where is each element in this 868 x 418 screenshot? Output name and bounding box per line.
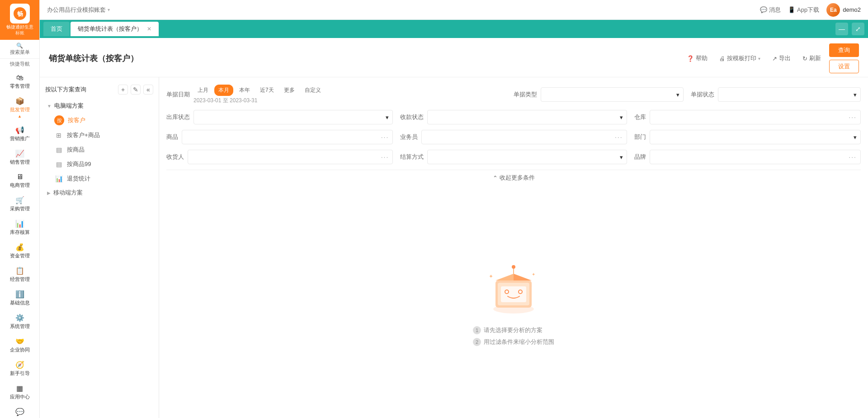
filter-doc-type: 单据类型 ▾ [514, 87, 684, 102]
empty-illustration: ✦ ✦ ✦ [482, 256, 545, 319]
sidebar-item-corp-collab[interactable]: 🤝 企业协同 [0, 333, 39, 357]
print-chevron-icon: ▾ [758, 56, 760, 61]
receiver-select[interactable]: ··· [188, 150, 393, 164]
settlement-chevron-icon: ▾ [620, 154, 623, 161]
dept-select[interactable]: ▾ [650, 130, 861, 144]
date-tab-custom[interactable]: 自定义 [301, 85, 325, 96]
sidebar-item-sales[interactable]: 📈 销售管理 [0, 146, 39, 169]
settings-button[interactable]: 设置 [829, 60, 859, 73]
dept-label: 部门 [634, 133, 646, 141]
system-icon: ⚙️ [15, 314, 24, 322]
help-icon: ❓ [687, 55, 694, 62]
doc-status-chevron-icon: ▾ [854, 91, 857, 98]
tree-item-goods99[interactable]: ▤ 按商品99 [40, 157, 159, 171]
sidebar-item-inventory[interactable]: 📊 库存核算 [0, 216, 39, 239]
goods-dots-icon: ··· [381, 133, 389, 141]
help-button[interactable]: ❓ 帮助 [683, 52, 711, 64]
goods-select[interactable]: ··· [182, 130, 393, 144]
sidebar-item-wholesale[interactable]: 📦 批发管理 ▲ [0, 93, 39, 122]
filter-warehouse: 仓库 ··· [634, 110, 861, 124]
export-icon: ↗ [772, 55, 777, 62]
tab-maximize-button[interactable]: ⤢ [852, 23, 864, 35]
wecom-icon: 💬 [15, 408, 24, 416]
svg-text:✦: ✦ [489, 273, 493, 280]
sidebar-item-marketing[interactable]: 📢 营销推广 [0, 122, 39, 146]
user-menu[interactable]: Ea demo2 [826, 3, 861, 17]
date-tab-7days[interactable]: 近7天 [256, 85, 278, 96]
filter-doc-status: 单据状态 ▾ [691, 87, 861, 102]
filter-pay-status: 收款状态 ▾ [400, 110, 627, 124]
warehouse-dots-icon: ··· [849, 114, 857, 121]
avatar: Ea [826, 3, 840, 17]
tree-pc-section[interactable]: ▼ 电脑端方案 [40, 99, 159, 113]
sidebar-item-system[interactable]: ⚙️ 系统管理 [0, 310, 39, 333]
app-download-button[interactable]: 📱 App下载 [788, 6, 819, 14]
tree-expand-icon: ▼ [47, 104, 52, 109]
tree-mobile-section[interactable]: ▶ 移动端方案 [40, 186, 159, 200]
sidebar-item-retail[interactable]: 🛍 零售管理 [0, 70, 39, 93]
sidebar-item-purchase[interactable]: 🛒 采购管理 [0, 192, 39, 216]
download-icon: 📱 [788, 6, 795, 13]
sales-icon: 📈 [15, 149, 24, 158]
topbar: 办公用品行业模拟账套 ▾ 💬 消息 📱 App下载 Ea demo2 [40, 0, 868, 20]
empty-hint-1: 1 请先选择要分析的方案 [473, 326, 554, 334]
panel-add-button[interactable]: + [118, 85, 128, 95]
sidebar-item-operations[interactable]: 📋 经营管理 [0, 263, 39, 286]
tab-home[interactable]: 首页 [43, 22, 70, 36]
date-tab-this-month[interactable]: 本月 [214, 85, 233, 96]
tab-report[interactable]: 销货单统计表（按客户） ✕ [71, 22, 159, 36]
export-button[interactable]: ↗ 导出 [769, 52, 794, 64]
sidebar-item-appcenter[interactable]: ▦ 应用中心 [0, 380, 39, 404]
sidebar-item-ecommerce[interactable]: 🖥 电商管理 [0, 169, 39, 192]
doc-type-select[interactable]: ▾ [541, 87, 684, 102]
panel-edit-button[interactable]: ✎ [131, 85, 141, 95]
refresh-button[interactable]: ↻ 刷新 [799, 52, 825, 64]
doc-type-chevron-icon: ▾ [676, 91, 679, 98]
brand-select[interactable]: ··· [650, 150, 861, 164]
warehouse-select[interactable]: ··· [650, 110, 861, 124]
filter-row-2: 出库状态 ▾ 收款状态 ▾ [166, 110, 861, 124]
filter-date: 单据日期 上月 本月 本年 近7天 更多 自定义 20 [166, 85, 506, 104]
tabbar-right: — ⤢ [835, 23, 864, 35]
search-menu[interactable]: 🔍 搜索菜单 [0, 40, 39, 59]
tree-item-return-stats[interactable]: 📊 退货统计 [40, 171, 159, 186]
tab-minimize-button[interactable]: — [835, 23, 848, 35]
logo-text: 畅捷通好生意 [6, 24, 33, 30]
date-tab-last-month[interactable]: 上月 [193, 85, 212, 96]
warehouse-label: 仓库 [634, 113, 646, 121]
corp-collab-icon: 🤝 [15, 337, 24, 346]
pay-chevron-icon: ▾ [620, 114, 623, 121]
query-button[interactable]: 查询 [829, 43, 859, 57]
sidebar-item-wecom[interactable]: 💬 企业微信 [0, 404, 39, 418]
quick-nav[interactable]: 快捷导航 [0, 59, 39, 68]
pay-status-select[interactable]: ▾ [427, 110, 627, 124]
purchase-icon: 🛒 [15, 196, 24, 204]
appcenter-icon: ▦ [16, 384, 23, 393]
date-tab-more[interactable]: 更多 [280, 85, 299, 96]
filter-receiver: 收货人 ··· [166, 150, 393, 164]
date-tab-this-year[interactable]: 本年 [235, 85, 254, 96]
tab-close-icon[interactable]: ✕ [147, 26, 151, 32]
collapse-filters-button[interactable]: ⌃ 收起更多条件 [166, 170, 861, 185]
svg-text:✦: ✦ [532, 272, 535, 277]
sidebar-item-finance[interactable]: 💰 资金管理 [0, 239, 39, 263]
content-area: 销货单统计表（按客户） ❓ 帮助 🖨 按模板打印 ▾ ↗ 导出 [40, 38, 868, 418]
page-body: 按以下方案查询 + ✎ « ▼ 电脑端方案 [40, 77, 868, 418]
tree-item-customer[interactable]: 按 按客户 [40, 113, 159, 128]
date-label: 单据日期 [166, 90, 190, 99]
out-status-select[interactable]: ▾ [193, 110, 393, 124]
logo[interactable]: 畅 畅捷通好生意 标账 [0, 0, 39, 40]
sidebar-item-guide[interactable]: 🧭 新手引导 [0, 357, 39, 380]
filter-goods: 商品 ··· [166, 130, 393, 144]
tree-item-goods[interactable]: ▤ 按商品 [40, 142, 159, 157]
tree-item-customer-goods[interactable]: ⊞ 按客户+商品 [40, 128, 159, 142]
template-print-button[interactable]: 🖨 按模板打印 ▾ [716, 52, 764, 64]
settlement-select[interactable]: ▾ [427, 150, 627, 164]
message-button[interactable]: 💬 消息 [760, 6, 781, 14]
panel-collapse-button[interactable]: « [143, 85, 153, 95]
date-range: 2023-03-01 至 2023-03-31 [193, 97, 506, 104]
staff-select[interactable]: ··· [421, 130, 627, 144]
sidebar-item-basic[interactable]: ℹ️ 基础信息 [0, 286, 39, 310]
topbar-chevron-icon[interactable]: ▾ [108, 7, 110, 12]
doc-status-select[interactable]: ▾ [718, 87, 861, 102]
